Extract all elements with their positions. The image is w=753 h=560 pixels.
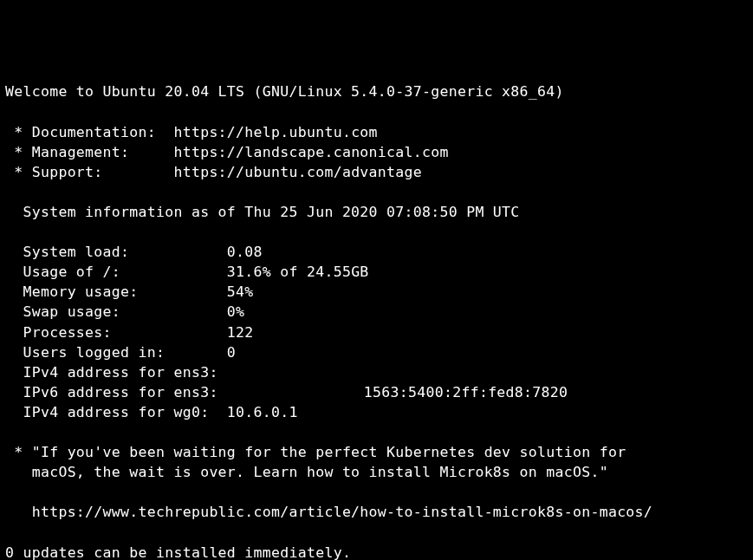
ipv6-ens3-suffix: 1563:5400:2ff:fed8:7820 bbox=[364, 384, 568, 400]
updates-line-1: 0 updates can be installed immediately. bbox=[5, 544, 351, 560]
memory-usage-label: Memory usage: bbox=[5, 283, 227, 300]
ipv4-ens3-label: IPv4 address for ens3: bbox=[5, 364, 227, 381]
ipv4-ens3-redacted bbox=[227, 366, 370, 380]
ipv4-wg0-value: 10.6.0.1 bbox=[227, 404, 298, 420]
doc-url: https://help.ubuntu.com bbox=[173, 124, 377, 140]
users-value: 0 bbox=[227, 344, 236, 361]
memory-usage-value: 54% bbox=[227, 283, 254, 300]
sysinfo-header: System information as of Thu 25 Jun 2020… bbox=[5, 204, 520, 220]
ipv6-ens3-label: IPv6 address for ens3: bbox=[5, 384, 227, 400]
support-url: https://ubuntu.com/advantage bbox=[173, 164, 422, 180]
ipv6-ens3-redacted bbox=[227, 386, 364, 400]
disk-usage-label: Usage of /: bbox=[5, 264, 227, 280]
processes-label: Processes: bbox=[5, 324, 227, 341]
system-load-value: 0.08 bbox=[227, 244, 263, 260]
swap-usage-value: 0% bbox=[227, 303, 244, 320]
terminal-output[interactable]: Welcome to Ubuntu 20.04 LTS (GNU/Linux 5… bbox=[5, 81, 748, 560]
processes-value: 122 bbox=[227, 324, 254, 341]
system-load-label: System load: bbox=[5, 244, 227, 260]
motd-line-1: * "If you've been waiting for the perfec… bbox=[5, 444, 626, 460]
doc-label: * Documentation: bbox=[5, 124, 173, 140]
disk-usage-value: 31.6% of 24.55GB bbox=[227, 264, 369, 280]
support-label: * Support: bbox=[5, 164, 173, 180]
ipv4-wg0-label: IPv4 address for wg0: bbox=[5, 404, 227, 420]
users-label: Users logged in: bbox=[5, 344, 227, 361]
swap-usage-label: Swap usage: bbox=[5, 303, 227, 320]
mgmt-label: * Management: bbox=[5, 144, 173, 160]
mgmt-url: https://landscape.canonical.com bbox=[173, 144, 448, 160]
motd-url: https://www.techrepublic.com/article/how… bbox=[5, 504, 652, 520]
motd-line-2: macOS, the wait is over. Learn how to in… bbox=[5, 464, 608, 480]
welcome-line: Welcome to Ubuntu 20.04 LTS (GNU/Linux 5… bbox=[5, 83, 564, 100]
